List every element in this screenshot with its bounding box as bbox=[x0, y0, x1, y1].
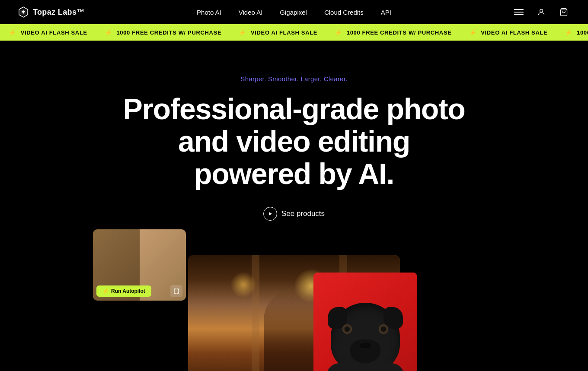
pug-nose bbox=[359, 343, 371, 348]
play-icon bbox=[268, 211, 273, 216]
pug-body-lower bbox=[326, 363, 404, 371]
before-after-card: ⚡ Run Autopilot bbox=[93, 229, 186, 301]
column-left bbox=[252, 255, 259, 371]
pug-photo-card bbox=[313, 273, 417, 371]
pug-pupil-right bbox=[381, 327, 386, 332]
see-products-button[interactable]: See products bbox=[263, 207, 325, 221]
nav-link-cloud-credits[interactable]: Cloud Credits bbox=[324, 9, 364, 16]
hamburger-icon bbox=[514, 9, 524, 15]
ticker-track: ⚡ VIDEO AI FLASH SALE ⚡ 1000 FREE CREDIT… bbox=[0, 29, 588, 36]
shopping-bag-icon bbox=[559, 8, 568, 16]
ticker-item-5: ⚡ VIDEO AI FLASH SALE bbox=[460, 29, 556, 36]
cta-label: See products bbox=[281, 209, 325, 218]
pug-pupil-left bbox=[345, 327, 350, 332]
bolt-icon-5: ⚡ bbox=[469, 29, 477, 36]
autopilot-bolt-icon: ⚡ bbox=[102, 288, 109, 294]
nav-link-photo-ai[interactable]: Photo AI bbox=[197, 9, 221, 16]
bolt-icon-6: ⚡ bbox=[565, 29, 572, 36]
ticker-item-3: ⚡ VIDEO AI FLASH SALE bbox=[230, 29, 326, 36]
nav-link-gigapixel[interactable]: Gigapixel bbox=[280, 9, 307, 16]
ticker-item-2: ⚡ 1000 FREE CREDITS W/ PURCHASE bbox=[96, 29, 230, 36]
topaz-labs-logo-icon bbox=[17, 6, 29, 18]
bolt-icon-1: ⚡ bbox=[9, 29, 16, 36]
hero-tagline: Sharper. Smoother. Larger. Clearer. bbox=[17, 75, 571, 82]
bolt-icon-2: ⚡ bbox=[105, 29, 112, 36]
pug-photo-inner bbox=[313, 273, 417, 371]
nav-link-video-ai[interactable]: Video AI bbox=[239, 9, 263, 16]
hero-section: Sharper. Smoother. Larger. Clearer. Prof… bbox=[0, 41, 588, 247]
hamburger-line-1 bbox=[514, 9, 524, 10]
pug-body bbox=[324, 303, 406, 371]
pug-snout bbox=[350, 339, 380, 363]
hamburger-line-3 bbox=[514, 14, 524, 15]
person-icon bbox=[537, 8, 546, 16]
ticker-item-4: ⚡ 1000 FREE CREDITS W/ PURCHASE bbox=[326, 29, 460, 36]
autopilot-label: Run Autopilot bbox=[111, 288, 145, 294]
navbar: Topaz Labs™ Photo AI Video AI Gigapixel … bbox=[0, 0, 588, 24]
bolt-icon-4: ⚡ bbox=[335, 29, 342, 36]
pug-eye-right bbox=[379, 324, 388, 334]
logo[interactable]: Topaz Labs™ bbox=[17, 6, 85, 18]
ba-controls: ⚡ Run Autopilot bbox=[93, 282, 186, 301]
svg-point-0 bbox=[540, 9, 543, 12]
account-button[interactable] bbox=[534, 5, 548, 19]
nav-actions bbox=[512, 5, 571, 19]
cta-circle-icon bbox=[263, 207, 277, 221]
bolt-icon-3: ⚡ bbox=[239, 29, 246, 36]
pug-eye-left bbox=[342, 324, 352, 334]
ticker-item-1: ⚡ VIDEO AI FLASH SALE bbox=[0, 29, 96, 36]
ticker-banner: ⚡ VIDEO AI FLASH SALE ⚡ 1000 FREE CREDIT… bbox=[0, 24, 588, 41]
run-autopilot-button[interactable]: ⚡ Run Autopilot bbox=[96, 285, 151, 297]
light-1 bbox=[230, 272, 256, 298]
expand-button[interactable] bbox=[170, 285, 182, 297]
expand-icon bbox=[173, 288, 179, 294]
ticker-item-6: ⚡ 1000 FREE CREDITS W/ PURCHASE bbox=[556, 29, 588, 36]
hamburger-menu-button[interactable] bbox=[512, 5, 526, 19]
hero-title: Professional-grade photo and video editi… bbox=[121, 93, 467, 190]
cart-button[interactable] bbox=[557, 5, 571, 19]
nav-links: Photo AI Video AI Gigapixel Cloud Credit… bbox=[197, 9, 391, 16]
nav-link-api[interactable]: API bbox=[381, 9, 391, 16]
media-section: ⚡ Run Autopilot bbox=[0, 255, 588, 371]
logo-text: Topaz Labs™ bbox=[33, 8, 85, 17]
hamburger-line-2 bbox=[514, 12, 524, 13]
